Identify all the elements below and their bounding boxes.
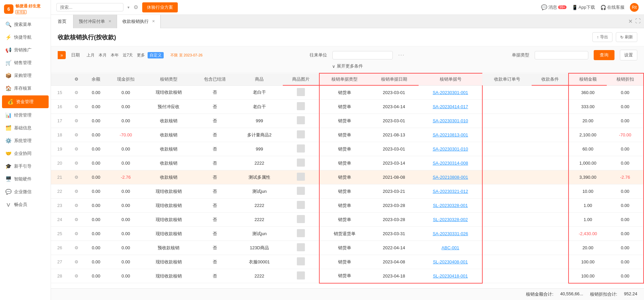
row-gear-icon[interactable]: ⚙ xyxy=(74,104,78,109)
td-verify_date: 2023-04-08 xyxy=(369,255,419,269)
row-number: 16 xyxy=(51,100,68,114)
tab-home[interactable]: 首页 xyxy=(51,15,73,28)
row-gear-icon[interactable]: ⚙ xyxy=(74,189,78,194)
verify-no-link[interactable]: SA-20230321-012 xyxy=(433,189,468,194)
sidebar-item-purchase[interactable]: 📦采购管理 xyxy=(0,69,51,82)
verify-no-link[interactable]: SA-20230301-001 xyxy=(433,90,468,95)
td-verify_discount: 0.00 xyxy=(607,227,644,241)
sidebar-item-vip[interactable]: V畅会员 xyxy=(0,198,51,211)
row-gear-icon[interactable]: ⚙ xyxy=(74,231,78,236)
sidebar-label-vip: 畅会员 xyxy=(14,202,27,208)
tab-collection[interactable]: 收款核销执行 ✕ xyxy=(117,15,161,28)
row-gear-icon[interactable]: ⚙ xyxy=(74,146,78,152)
td-product: 老白干 xyxy=(236,100,283,114)
row-gear-icon[interactable]: ⚙ xyxy=(74,245,78,250)
th-cash_discount: 现金折扣 xyxy=(108,73,144,85)
export-btn[interactable]: ↑ 导出 xyxy=(592,32,612,42)
tabbar-close-icon[interactable]: ✕ xyxy=(628,18,633,25)
row-gear-icon[interactable]: ⚙ xyxy=(74,217,78,222)
sidebar-item-operations[interactable]: 📊经营管理 xyxy=(0,109,51,122)
filter-counterpart-input[interactable] xyxy=(332,51,393,59)
sidebar-item-quick[interactable]: ⚡快捷导航 xyxy=(0,31,51,44)
app-download[interactable]: 📱 App下载 xyxy=(572,4,595,10)
filter-setting-btn[interactable]: 设置 xyxy=(620,50,637,60)
expand-more-btn[interactable]: ∨ 展开更多条件 xyxy=(332,63,363,69)
verify-no-link[interactable]: SA-20230331-026 xyxy=(433,231,468,236)
table-row: 20⚙0.000.00收款核销否2222销货单2023-03-14SA-2023… xyxy=(51,156,644,170)
filter-opt-custom[interactable]: 自定义 xyxy=(148,52,164,58)
th-verify_date: 核销单据日期 xyxy=(369,73,419,85)
verify-no-link[interactable]: SA-20230314-008 xyxy=(433,161,468,166)
td-verify_discount: -2.76 xyxy=(607,170,644,184)
td-verify_no: SA-20230414-017 xyxy=(419,100,482,114)
verify-no-link[interactable]: SL-20230418-001 xyxy=(433,273,468,278)
refresh-btn[interactable]: ↻ 刷新 xyxy=(616,32,637,42)
row-gear-icon[interactable]: ⚙ xyxy=(74,132,78,137)
verify-no-link[interactable]: SL-20230408-001 xyxy=(433,259,468,264)
td-balance: 0.00 xyxy=(85,142,108,156)
verify-no-link[interactable]: SA-20210808-001 xyxy=(433,175,468,180)
verify-no-link[interactable]: SA-20230301-010 xyxy=(433,118,468,123)
online-service[interactable]: 🎧 在线客服 xyxy=(600,4,625,10)
verify-no-link[interactable]: SL-20230328-001 xyxy=(433,203,468,208)
sidebar-item-system[interactable]: ⚙️系统管理 xyxy=(0,134,51,147)
sidebar-item-hardware[interactable]: 🖥️智能硬件 xyxy=(0,173,51,185)
verify-no-link[interactable]: SA-20230301-010 xyxy=(433,146,468,152)
tabbar: 首页 预付冲应付单 ✕ 收款核销执行 ✕ ✕ ⛶ xyxy=(51,15,644,28)
verify-no-link[interactable]: SL-20230328-002 xyxy=(433,217,468,222)
tab-prepay-close[interactable]: ✕ xyxy=(108,19,111,24)
filter-voucher-select[interactable] xyxy=(535,51,588,59)
td-collection_condition xyxy=(532,100,569,114)
sidebar-item-basic[interactable]: 🗂️基础信息 xyxy=(0,122,51,134)
sidebar-item-inventory[interactable]: 🏠库存核算 xyxy=(0,82,51,95)
row-gear-icon[interactable]: ⚙ xyxy=(74,161,78,166)
td-verify_no: SL-20230418-001 xyxy=(419,269,482,283)
filter-opt-this-month[interactable]: 本月 xyxy=(97,52,108,59)
industry-btn[interactable]: 休验行业方案 xyxy=(142,2,178,12)
filter-opt-7days[interactable]: 近7天 xyxy=(121,52,135,59)
row-number: 27 xyxy=(51,255,68,269)
filter-query-btn[interactable]: 查询 xyxy=(594,50,614,60)
row-gear-icon[interactable]: ⚙ xyxy=(74,118,78,123)
td-balance: 0.00 xyxy=(85,156,108,170)
tabbar-maximize-icon[interactable]: ⛶ xyxy=(635,18,641,25)
td-cash_discount: 0.00 xyxy=(108,269,144,283)
row-gear-icon[interactable]: ⚙ xyxy=(74,259,78,264)
table-row: 28⚙0.000.00现结收款核销否2222销货单2023-04-18SL-20… xyxy=(51,269,644,283)
topbar-search-input[interactable] xyxy=(56,3,123,11)
td-gear: ⚙ xyxy=(68,213,85,227)
sidebar-icon-operations: 📊 xyxy=(5,112,11,118)
row-number: 26 xyxy=(51,241,68,255)
sidebar-item-marketing[interactable]: 📢营销推广 xyxy=(0,44,51,56)
filter-opt-more[interactable]: 更多 xyxy=(136,52,146,59)
tab-collection-close[interactable]: ✕ xyxy=(152,19,155,24)
td-balance: 0.00 xyxy=(85,255,108,269)
row-gear-icon[interactable]: ⚙ xyxy=(74,273,78,278)
td-include_settled: 否 xyxy=(193,170,236,184)
td-balance: 0.00 xyxy=(85,114,108,128)
row-gear-icon[interactable]: ⚙ xyxy=(74,175,78,180)
td-verify_amount: 1,000.00 xyxy=(569,156,607,170)
sidebar-item-collab[interactable]: 🤝企业协同 xyxy=(0,147,51,160)
filter-opt-this-year[interactable]: 本年 xyxy=(109,52,120,59)
td-product: 2222 xyxy=(236,199,283,213)
sidebar-item-wechat[interactable]: 💬企业微信 xyxy=(0,185,51,198)
filter-expand-btn[interactable]: » xyxy=(58,51,66,59)
user-avatar[interactable]: Rit xyxy=(630,3,639,12)
row-gear-icon[interactable]: ⚙ xyxy=(74,203,78,208)
message-area[interactable]: 💬 消息 99+ xyxy=(541,4,567,10)
verify-no-link[interactable]: SA-20230414-017 xyxy=(433,104,468,109)
tab-prepay[interactable]: 预付冲应付单 ✕ xyxy=(73,15,117,28)
verify-no-link[interactable]: ABC-001 xyxy=(441,245,459,250)
sidebar-item-sales[interactable]: 🛒销售管理 xyxy=(0,56,51,69)
sidebar-item-newbie[interactable]: 🎓新手引导 xyxy=(0,160,51,173)
topbar-right: 💬 消息 99+ 📱 App下载 🎧 在线客服 Rit xyxy=(541,3,639,12)
topbar-gear-icon[interactable]: ⚙ xyxy=(133,4,138,10)
row-gear-icon[interactable]: ⚙ xyxy=(74,90,78,95)
filter-opt-last-month[interactable]: 上月 xyxy=(85,52,96,59)
th-verify_voucher_type: 核销单据类型 xyxy=(319,73,369,85)
topbar-dropdown-icon[interactable]: ▾ xyxy=(127,5,129,10)
verify-no-link[interactable]: SA-20210813-001 xyxy=(433,132,468,137)
sidebar-item-finance[interactable]: 💰资金管理 xyxy=(2,95,49,108)
sidebar-item-search[interactable]: 🔍搜索菜单 xyxy=(0,18,51,31)
